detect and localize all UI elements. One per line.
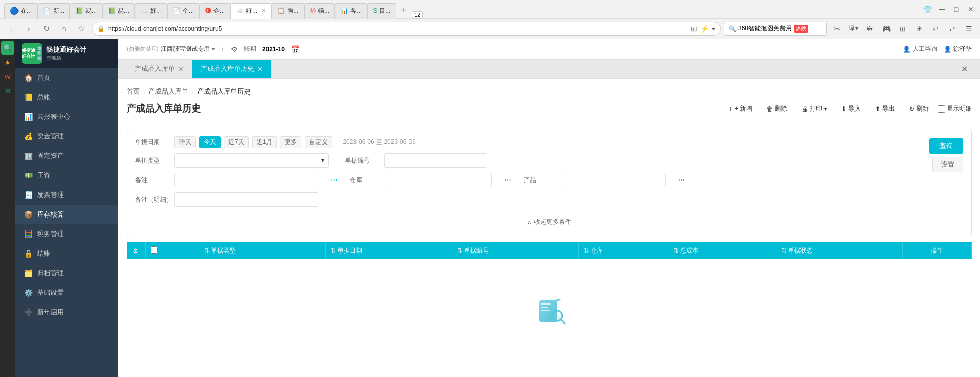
user-profile[interactable]: 👤 徐泽华: [943, 45, 972, 53]
number-input[interactable]: [384, 153, 487, 168]
sync-icon[interactable]: ⇄: [945, 22, 959, 36]
type-select[interactable]: ▾: [174, 153, 329, 168]
service-button[interactable]: 👤 人工咨询: [903, 45, 937, 53]
sidebar-item-archive[interactable]: 🗂️ 归档管理: [15, 263, 118, 283]
browser-tab-10[interactable]: Ⓜ 畅...: [304, 3, 335, 19]
app-icon-weibo[interactable]: W: [1, 70, 14, 83]
sidebar-item-report[interactable]: 📊 云报表中心: [15, 107, 118, 127]
apps-icon[interactable]: ⊞: [896, 22, 910, 36]
col-checkbox-header[interactable]: [145, 242, 199, 259]
browser-tab-4[interactable]: 📗 易...: [102, 3, 135, 19]
app-icon-mail[interactable]: ✉: [1, 84, 14, 98]
sidebar-item-newperiod[interactable]: ➕ 新年启用: [15, 302, 118, 322]
refresh-button[interactable]: ↻: [39, 22, 54, 36]
browser-tab-2[interactable]: 📄 新...: [38, 3, 70, 19]
col-date-header[interactable]: ⇅ 单据日期: [325, 242, 452, 259]
more-button[interactable]: 更多: [280, 136, 301, 148]
maximize-button[interactable]: □: [951, 4, 961, 14]
col-type-header[interactable]: ⇅ 单据类型: [199, 242, 325, 259]
browser-tab-5[interactable]: ☁️ 好...: [135, 3, 167, 19]
app-icon-star[interactable]: ★: [1, 56, 14, 69]
show-cols-checkbox[interactable]: [938, 105, 945, 113]
tab-close-8[interactable]: ✕: [261, 8, 266, 14]
search-bar[interactable]: 🔍 360智能抠图免费用 热搜: [724, 22, 827, 36]
close-panel-button[interactable]: ✕: [957, 64, 972, 74]
breadcrumb-list[interactable]: 产成品入库单: [148, 87, 188, 96]
bookmark-button[interactable]: ☆: [74, 22, 88, 36]
theme-icon[interactable]: ☀: [912, 22, 926, 36]
show-cols-checkbox-label[interactable]: 显示明细: [938, 104, 972, 113]
import-button[interactable]: ⬇ 导入: [836, 102, 866, 115]
custom-button[interactable]: 自定义: [305, 136, 332, 148]
collapse-button[interactable]: ∧ 收起更多条件: [135, 214, 963, 229]
browser-tab-12[interactable]: S 目...: [367, 3, 396, 19]
tab-history-close[interactable]: ✕: [257, 65, 263, 73]
sidebar-item-payroll[interactable]: 💵 工资: [15, 166, 118, 185]
game-icon[interactable]: 🎮: [879, 22, 894, 36]
scissors-icon[interactable]: ✂: [830, 22, 844, 36]
warehouse-input[interactable]: [389, 173, 492, 187]
menu-icon[interactable]: ☰: [961, 22, 976, 36]
last7-button[interactable]: 近7天: [224, 136, 249, 148]
tab-list-close[interactable]: ✕: [178, 65, 184, 73]
col-number-header[interactable]: ⇅ 单据编号: [452, 242, 578, 259]
browser-tab-3[interactable]: 📗 易...: [70, 3, 102, 19]
new-tab-button[interactable]: +: [396, 3, 412, 19]
period-value[interactable]: 2021-10: [262, 46, 285, 53]
close-button[interactable]: ✕: [966, 4, 976, 14]
col-warehouse-header[interactable]: ⇅ 仓库: [578, 242, 668, 259]
new-button[interactable]: + + 新增: [724, 102, 757, 115]
back-button[interactable]: ‹: [4, 22, 19, 36]
tab-list[interactable]: 产成品入库单 ✕: [127, 60, 192, 78]
query-button[interactable]: 查询: [929, 138, 963, 154]
remark-input[interactable]: [174, 173, 318, 187]
sidebar-item-home[interactable]: 🏠 首页: [15, 68, 118, 87]
sidebar-item-ledger[interactable]: 📒 总账: [15, 87, 118, 107]
filter-settings-button[interactable]: 设置: [932, 157, 963, 172]
product-input[interactable]: [563, 173, 666, 187]
add-company-icon[interactable]: +: [221, 45, 225, 53]
browser-tab-8[interactable]: ☁️ 好... ✕: [230, 3, 272, 19]
sidebar-item-inventory[interactable]: 📦 库存核算: [15, 205, 118, 224]
browser-tab-1[interactable]: 🔵 在...: [4, 3, 38, 19]
print-dropdown-icon[interactable]: ▾: [824, 106, 827, 112]
export-button[interactable]: ⬆ 导出: [870, 102, 900, 115]
refresh-button-action[interactable]: ↻ 刷新: [904, 102, 934, 115]
last-month-button[interactable]: 近1月: [252, 136, 277, 148]
history-icon[interactable]: ↩: [929, 22, 943, 36]
browser-tab-6[interactable]: 📄 个...: [167, 3, 200, 19]
browser-tab-11[interactable]: 📊 各...: [335, 3, 367, 19]
company-selector[interactable]: (勿删勿禁用) 江西服宝测试专用 ▾: [127, 45, 215, 53]
col-status-header[interactable]: ⇅ 单据状态: [776, 242, 902, 259]
bolt-icon[interactable]: ⚡: [700, 25, 709, 33]
app-icon-search[interactable]: 🔍: [1, 41, 14, 55]
browser-tab-9[interactable]: 📋 腾...: [272, 3, 304, 19]
currency-icon[interactable]: ¥▾: [863, 22, 877, 36]
calendar-icon[interactable]: 📅: [291, 45, 300, 53]
address-bar[interactable]: 🔒 https://cloud.chanjet.com/accounting/u…: [92, 22, 721, 36]
product2-more-icon[interactable]: ···: [678, 175, 685, 185]
shirt-icon[interactable]: 👕: [922, 4, 933, 14]
breadcrumb-home[interactable]: 首页: [127, 87, 140, 96]
yesterday-button[interactable]: 昨天: [174, 136, 196, 148]
sidebar-item-tax[interactable]: 🧮 税务管理: [15, 224, 118, 244]
translate-icon[interactable]: 译▾: [846, 22, 861, 36]
today-button[interactable]: 今天: [199, 136, 221, 148]
minimize-button[interactable]: ─: [937, 4, 947, 14]
col-settings-header[interactable]: ⚙: [127, 242, 145, 259]
company-dropdown-icon[interactable]: ▾: [212, 46, 215, 52]
product-more-icon[interactable]: ···: [504, 175, 511, 185]
browser-tab-7[interactable]: 🅒 企...: [200, 3, 230, 19]
delete-button[interactable]: 🗑 删除: [761, 102, 792, 115]
settings-icon[interactable]: ⚙: [231, 45, 238, 53]
sidebar-item-invoice[interactable]: 🧾 发票管理: [15, 185, 118, 205]
sidebar-item-closing[interactable]: 🔒 结账: [15, 244, 118, 263]
sidebar-item-settings[interactable]: ⚙️ 基础设置: [15, 283, 118, 302]
sidebar-item-funds[interactable]: 💰 资金管理: [15, 127, 118, 146]
detail-remark-input[interactable]: [174, 192, 318, 207]
select-all-checkbox[interactable]: [151, 246, 158, 254]
forward-button[interactable]: ›: [22, 22, 36, 36]
col-cost-header[interactable]: ⇅ 总成本: [668, 242, 776, 259]
dropdown-icon[interactable]: ▾: [712, 25, 715, 32]
grid-icon[interactable]: ⊞: [691, 25, 697, 33]
